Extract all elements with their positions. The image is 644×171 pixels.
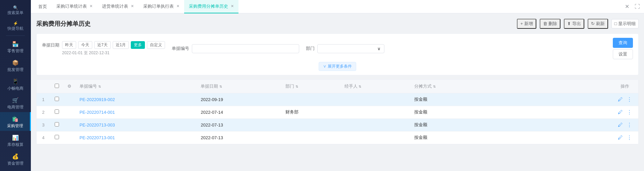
chevron-down-icon: ∨ xyxy=(377,46,381,51)
cell-docno[interactable]: PE-20220713-003 xyxy=(75,118,197,131)
last7days-btn[interactable]: 近7天 xyxy=(94,41,111,49)
inventory-icon: 📊 xyxy=(12,134,19,141)
tab-actions: ✕ ⛶ xyxy=(624,3,641,10)
sidebar-item-mobile[interactable]: 📱 小畅电商 xyxy=(0,75,31,93)
settings-button[interactable]: 设置 xyxy=(613,49,633,59)
last1month-btn[interactable]: 近1月 xyxy=(113,41,129,49)
refresh-button[interactable]: ↻ 刷新 xyxy=(588,19,608,29)
cell-ops: 🖊 ⋮ xyxy=(611,106,638,118)
cell-docdate: 2022-07-14 xyxy=(197,106,281,118)
cell-ops: 🖊 ⋮ xyxy=(611,93,638,106)
fullscreen-button[interactable]: ⛶ xyxy=(633,3,641,10)
row-checkbox-3[interactable] xyxy=(55,135,59,139)
cell-docno[interactable]: PE-20220714-001 xyxy=(75,106,197,118)
cell-check[interactable] xyxy=(50,118,63,131)
cell-dept: 财务部 xyxy=(281,106,340,118)
expand-more-button[interactable]: ∨ 展开更多条件 xyxy=(319,62,356,71)
cell-splitmethod: 按金额 xyxy=(410,131,611,144)
cell-docno[interactable]: PE-20220713-001 xyxy=(75,131,197,144)
close-all-tabs-button[interactable]: ✕ xyxy=(624,3,631,10)
th-handler[interactable]: 经手人 ⇅ xyxy=(340,80,410,93)
cell-check[interactable] xyxy=(50,106,63,118)
delete-button[interactable]: 🗑 删除 xyxy=(540,19,561,29)
more-icon-2[interactable]: ⋮ xyxy=(626,121,633,128)
date-range-text: 2022-01-01 至 2022-12-31 xyxy=(62,50,165,56)
show-col-button[interactable]: □ 显示明细 xyxy=(611,19,639,28)
cell-check[interactable] xyxy=(50,93,63,106)
table-row: 2 PE-20220714-001 2022-07-14 财务部 按金额 🖊 ⋮ xyxy=(37,106,638,118)
cell-dept xyxy=(281,131,340,144)
sidebar-divider-1 xyxy=(6,35,24,36)
main-area: 首页 采购订单统计表 ✕ 进货单统计表 ✕ 采购订单执行表 ✕ 采购费用分摊单历… xyxy=(31,0,644,171)
cell-docdate: 2022-09-19 xyxy=(197,93,281,106)
cell-check[interactable] xyxy=(50,131,63,144)
sidebar-item-inventory[interactable]: 📊 库存核算 xyxy=(0,131,31,150)
docno-label: 单据编号 xyxy=(172,46,189,52)
sidebar-item-quicknav[interactable]: ⚡ 快捷导航 xyxy=(0,18,31,34)
sidebar-item-retail[interactable]: 🏪 零售管理 xyxy=(0,37,31,56)
edit-icon-2[interactable]: 🖊 xyxy=(616,121,624,128)
cell-rownum: 3 xyxy=(37,118,50,131)
row-checkbox-1[interactable] xyxy=(55,109,59,114)
cell-docdate: 2022-07-13 xyxy=(197,118,281,131)
cell-docno[interactable]: PE-20220919-002 xyxy=(75,93,197,106)
th-settings[interactable]: ⚙ xyxy=(63,80,75,93)
th-docdate[interactable]: 单据日期 ⇅ xyxy=(197,80,281,93)
custom-date-btn[interactable]: 自定义 xyxy=(147,41,165,49)
row-checkbox-0[interactable] xyxy=(55,97,59,101)
page-title: 采购费用分摊单历史 xyxy=(36,20,91,28)
tab-close-purchase-expense-split[interactable]: ✕ xyxy=(231,4,234,8)
ecommerce-icon: 🛒 xyxy=(12,97,19,103)
cell-handler xyxy=(340,106,410,118)
more-date-btn[interactable]: 更多 xyxy=(131,41,145,49)
query-button[interactable]: 查询 xyxy=(613,38,633,48)
row-checkbox-2[interactable] xyxy=(55,122,59,126)
tab-close-inbound-stat[interactable]: ✕ xyxy=(131,4,134,8)
cell-spacer xyxy=(63,93,75,106)
tab-home[interactable]: 首页 xyxy=(34,0,52,13)
more-icon-3[interactable]: ⋮ xyxy=(626,134,633,141)
th-splitmethod[interactable]: 分摊方式 ⇅ xyxy=(410,80,611,93)
yesterday-btn[interactable]: 昨天 xyxy=(62,41,76,49)
data-table-container: ⚙ 单据编号 ⇅ 单据日期 ⇅ 部门 ⇅ 经手人 ⇅ xyxy=(36,79,639,145)
edit-icon-3[interactable]: 🖊 xyxy=(616,134,624,141)
today-btn[interactable]: 今天 xyxy=(78,41,92,49)
edit-icon-1[interactable]: 🖊 xyxy=(616,108,624,115)
tab-purchase-order-exec[interactable]: 采购订单执行表 ✕ xyxy=(139,0,184,13)
purchase-icon: 🛍️ xyxy=(12,115,18,122)
page-header: 采购费用分摊单历史 + 新增 🗑 删除 ⬆ 导出 ↻ 刷新 □ 显示明细 xyxy=(36,19,639,29)
th-docno[interactable]: 单据编号 ⇅ xyxy=(75,80,197,93)
tab-close-purchase-order-exec[interactable]: ✕ xyxy=(176,4,179,8)
more-icon-0[interactable]: ⋮ xyxy=(626,96,633,103)
sidebar-item-search[interactable]: 🔍 搜索菜单 xyxy=(0,3,31,18)
select-all-checkbox[interactable] xyxy=(55,84,59,88)
docno-input[interactable] xyxy=(192,44,299,53)
tab-inbound-stat[interactable]: 进货单统计表 ✕ xyxy=(97,0,139,13)
quicknav-icon: ⚡ xyxy=(0,21,31,26)
add-button[interactable]: + 新增 xyxy=(517,19,536,29)
finance-icon: 💰 xyxy=(12,153,19,160)
sidebar-item-purchase[interactable]: 🛍️ 采购管理 xyxy=(0,112,31,131)
cell-handler xyxy=(340,93,410,106)
tab-purchase-expense-split[interactable]: 采购费用分摊单历史 ✕ xyxy=(184,0,238,13)
cell-rownum: 2 xyxy=(37,106,50,118)
tab-close-purchase-order-stat[interactable]: ✕ xyxy=(90,4,93,8)
tab-purchase-order-stat[interactable]: 采购订单统计表 ✕ xyxy=(52,0,97,13)
filter-row: 单据日期 昨天 今天 近7天 近1月 更多 自定义 2022-01-01 至 2… xyxy=(42,38,633,59)
sidebar-item-finance[interactable]: 💰 资金管理 xyxy=(0,150,31,168)
th-dept[interactable]: 部门 ⇅ xyxy=(281,80,340,93)
dept-select[interactable]: ∨ xyxy=(317,44,384,53)
cell-docdate: 2022-07-13 xyxy=(197,131,281,144)
sidebar-item-ledger[interactable]: 📋 总账管理 xyxy=(0,168,31,171)
cell-dept xyxy=(281,93,340,106)
sidebar-item-ecommerce[interactable]: 🛒 电商管理 xyxy=(0,93,31,112)
cell-spacer xyxy=(63,131,75,144)
edit-icon-0[interactable]: 🖊 xyxy=(616,96,624,103)
tab-bar: 首页 采购订单统计表 ✕ 进货单统计表 ✕ 采购订单执行表 ✕ 采购费用分摊单历… xyxy=(31,0,644,13)
table-row: 4 PE-20220713-001 2022-07-13 按金额 🖊 ⋮ xyxy=(37,131,638,144)
more-icon-1[interactable]: ⋮ xyxy=(626,108,633,115)
data-table: ⚙ 单据编号 ⇅ 单据日期 ⇅ 部门 ⇅ 经手人 ⇅ xyxy=(37,80,638,144)
export-button[interactable]: ⬆ 导出 xyxy=(564,19,584,29)
cell-rownum: 1 xyxy=(37,93,50,106)
sidebar-item-wholesale[interactable]: 📦 批发管理 xyxy=(0,56,31,75)
